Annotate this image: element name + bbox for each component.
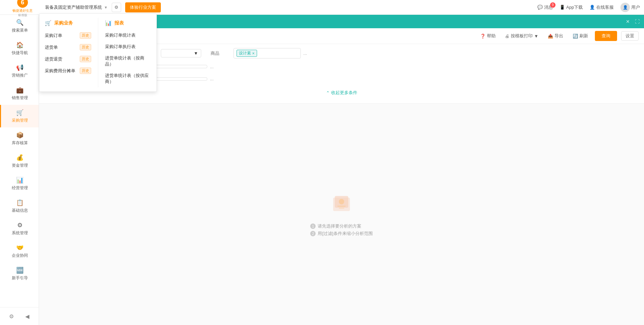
sidebar-label-marketing: 营销推广 [12, 73, 28, 78]
purchase-icon: 🛒 [16, 109, 24, 116]
header-right: 💬 消息 9 📱 App下载 👤 在线客服 👤 用户 [537, 3, 640, 12]
query-button[interactable]: 查询 [595, 31, 617, 41]
system-icon: ⚙ [17, 221, 23, 229]
receipt-stats-goods-label: 进货单统计表（按商品） [105, 55, 151, 67]
goods-tag-close[interactable]: × [252, 51, 255, 56]
sidebar-item-quick-nav[interactable]: 🏠 快捷导航 [0, 37, 39, 60]
notification-item[interactable]: 💬 消息 9 [537, 4, 553, 10]
app-download-item[interactable]: 📱 App下载 [560, 4, 583, 10]
main-layout: 🔍 搜索菜单 🏠 快捷导航 📢 营销推广 💼 销售管理 🛒 采购管理 📦 库存核… [0, 15, 644, 325]
sidebar-item-marketing[interactable]: 📢 营销推广 [0, 60, 39, 82]
dropdown-columns: 🛒 采购业务 采购订单 历史 进货单 历史 进货退货 历史 [39, 18, 156, 87]
empty-state: 1 请先选择要分析的方案 2 用[过滤]条件来缩小分析范围 [39, 104, 644, 325]
customer-more[interactable]: ... [210, 76, 214, 81]
doc-status-arrow: ▼ [194, 51, 198, 56]
tip-num-2: 2 [310, 231, 316, 236]
history-tag-expense: 历史 [80, 68, 91, 74]
sidebar-collapse-btn[interactable]: ◀ [22, 311, 33, 322]
goods-more[interactable]: ... [303, 51, 307, 56]
menu-item-purchase-order[interactable]: 采购订单 历史 [43, 30, 93, 41]
goods-tag-text: 设计素 [239, 50, 251, 56]
sidebar-item-sales[interactable]: 💼 销售管理 [0, 82, 39, 105]
svg-point-2 [339, 199, 344, 204]
menu-item-receipt-stats-goods[interactable]: 进货单统计表（按商品） [104, 52, 153, 70]
empty-tip-1: 1 请先选择要分析的方案 [310, 223, 372, 229]
empty-illustration [328, 191, 355, 218]
sidebar-label-finance: 资金管理 [12, 163, 28, 168]
svg-rect-4 [339, 208, 344, 209]
menu-item-return[interactable]: 进货退货 历史 [43, 53, 93, 65]
menu-item-order-exec[interactable]: 采购订单执行表 [104, 41, 153, 52]
sidebar-label-purchase: 采购管理 [12, 118, 28, 123]
help-label: 帮助 [487, 33, 496, 39]
tab-bar-right: ✕ ⛶ [624, 17, 644, 26]
sidebar-item-base-info[interactable]: 📋 基础信息 [0, 195, 39, 217]
order-stats-label: 采购订单统计表 [105, 32, 136, 38]
empty-tip-2: 2 用[过滤]条件来缩小分析范围 [310, 231, 372, 237]
sidebar-label-base-info: 基础信息 [12, 208, 28, 213]
sidebar-item-purchase[interactable]: 🛒 采购管理 [0, 105, 39, 127]
menu-item-expense[interactable]: 采购费用分摊单 历史 [43, 65, 93, 77]
sidebar-settings-btn[interactable]: ⚙ [6, 311, 17, 322]
history-tag-receipt: 历史 [80, 44, 91, 50]
order-exec-label: 采购订单执行表 [105, 44, 136, 50]
export-button[interactable]: 📤 导出 [545, 32, 566, 40]
user-item[interactable]: 👤 用户 [620, 3, 640, 12]
collapse-label: 收起更多条件 [331, 90, 357, 96]
dropdown-menu: 🛒 采购业务 采购订单 历史 进货单 历史 进货退货 历史 [39, 15, 157, 92]
sidebar-label-guide: 新手引导 [12, 275, 28, 281]
help-button[interactable]: ❓ 帮助 [477, 32, 498, 40]
help-icon: ❓ [480, 34, 486, 39]
app-label: App下载 [566, 4, 583, 10]
gear-button[interactable]: ⚙ [112, 3, 121, 12]
service-icon: 👤 [589, 5, 595, 10]
dropdown-col-reports: 📊 报表 采购订单统计表 采购订单执行表 进货单统计表（按商品） 进货单统计表（… [100, 18, 157, 87]
goods-input[interactable]: 设计素 × [234, 48, 301, 58]
empty-tips: 1 请先选择要分析的方案 2 用[过滤]条件来缩小分析范围 [310, 222, 372, 238]
svg-rect-3 [337, 206, 346, 207]
refresh-button[interactable]: 🔄 刷新 [570, 32, 591, 40]
sidebar-label-system: 系统管理 [12, 230, 28, 236]
receipt-stats-supplier-label: 进货单统计表（按供应商） [105, 73, 151, 85]
menu-item-order-stats[interactable]: 采购订单统计表 [104, 30, 153, 41]
app-icon: 📱 [560, 5, 565, 10]
sidebar-item-operation[interactable]: 📊 经营管理 [0, 172, 39, 195]
menu-item-receipt[interactable]: 进货单 历史 [43, 41, 93, 53]
sidebar-bottom: ⚙ ◀ [0, 307, 39, 325]
operation-icon: 📊 [16, 176, 24, 184]
sidebar-item-system[interactable]: ⚙ 系统管理 [0, 217, 39, 240]
sidebar-item-inventory[interactable]: 📦 库存核算 [0, 127, 39, 150]
logo-area: 6 畅捷通好生意 标准版 [4, 0, 41, 17]
refresh-label: 刷新 [579, 33, 588, 39]
sidebar-item-guide[interactable]: 🆕 新手引导 [0, 262, 39, 285]
salesperson-more[interactable]: ... [210, 64, 214, 69]
industry-button[interactable]: 体验行业方案 [125, 2, 161, 12]
search-icon: 🔍 [16, 19, 24, 26]
sidebar-label-operation: 经营管理 [12, 185, 28, 191]
tab-close-all-icon[interactable]: ✕ [624, 17, 632, 26]
print-button[interactable]: 🖨 按模板打印 ▼ [502, 32, 541, 40]
export-icon: 📤 [548, 34, 553, 39]
sidebar-item-finance[interactable]: 💰 资金管理 [0, 150, 39, 172]
goods-label: 商品 [211, 50, 231, 56]
doc-status-select[interactable]: ▼ [161, 49, 201, 57]
system-dropdown-arrow[interactable]: ▼ [104, 5, 108, 9]
menu-item-receipt-stats-supplier[interactable]: 进货单统计表（按供应商） [104, 70, 153, 87]
service-label: 在线客服 [596, 4, 614, 10]
expense-label: 采购费用分摊单 [45, 68, 75, 74]
reports-col-icon: 📊 [105, 20, 112, 26]
tip-text-2: 用[过滤]条件来缩小分析范围 [318, 231, 372, 237]
return-label: 进货退货 [45, 56, 62, 62]
settings-button[interactable]: 设置 [621, 31, 639, 41]
tip-num-1: 1 [310, 224, 316, 229]
sidebar-label-enterprise: 企业协同 [12, 253, 28, 258]
tab-fullscreen-icon[interactable]: ⛶ [633, 17, 641, 26]
collapse-up-icon: ⌃ [326, 90, 330, 95]
online-service-item[interactable]: 👤 在线客服 [589, 4, 614, 10]
receipt-label: 进货单 [45, 44, 58, 50]
sidebar-item-search[interactable]: 🔍 搜索菜单 [0, 15, 39, 37]
collapse-button[interactable]: ⌃ 收起更多条件 [326, 88, 357, 98]
sidebar-item-enterprise[interactable]: 🤝 企业协同 [0, 240, 39, 262]
dropdown-col-purchase: 🛒 采购业务 采购订单 历史 进货单 历史 进货退货 历史 [39, 18, 97, 87]
sidebar-label-inventory: 库存核算 [12, 140, 28, 146]
